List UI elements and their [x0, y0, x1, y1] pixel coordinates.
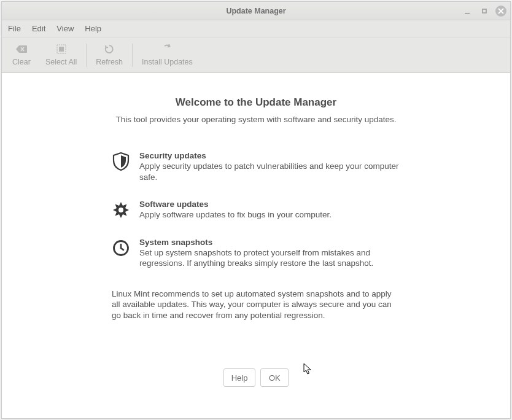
- toolbar-install-label: Install Updates: [142, 58, 193, 66]
- welcome-page: Welcome to the Update Manager This tool …: [2, 73, 510, 418]
- menu-edit[interactable]: Edit: [32, 24, 45, 33]
- section-snapshots: System snapshots Set up system snapshots…: [112, 238, 400, 269]
- page-title: Welcome to the Update Manager: [176, 96, 336, 109]
- svg-rect-0: [465, 13, 470, 14]
- titlebar: Update Manager: [2, 2, 510, 20]
- dialog-button-bar: Help OK: [0, 368, 512, 387]
- svg-rect-1: [483, 9, 486, 13]
- section-software-title: Software updates: [139, 200, 332, 209]
- help-button[interactable]: Help: [223, 368, 256, 387]
- svg-rect-3: [59, 47, 64, 52]
- section-snapshots-title: System snapshots: [139, 238, 400, 247]
- recommendation-text: Linux Mint recommends to set up automate…: [112, 289, 400, 321]
- section-security-text: Security updates Apply security updates …: [139, 151, 400, 182]
- section-snapshots-text: System snapshots Set up system snapshots…: [139, 238, 400, 269]
- toolbar-separator: [132, 44, 133, 67]
- window-controls: [462, 2, 506, 20]
- section-software-text: Software updates Apply software updates …: [139, 200, 332, 220]
- info-section-list: Security updates Apply security updates …: [112, 151, 400, 286]
- window-title: Update Manager: [226, 7, 285, 15]
- backspace-icon: [15, 44, 28, 54]
- toolbar-install-updates[interactable]: Install Updates: [134, 39, 200, 71]
- minimize-button[interactable]: [462, 6, 473, 17]
- close-button[interactable]: [495, 6, 506, 17]
- refresh-icon: [104, 44, 114, 54]
- section-security: Security updates Apply security updates …: [112, 151, 400, 182]
- toolbar-select-all[interactable]: Select All: [38, 39, 84, 71]
- section-snapshots-desc: Set up system snapshots to protect yours…: [139, 247, 400, 269]
- clock-icon: [112, 239, 130, 257]
- toolbar: Clear Select All Refresh Install Updates: [2, 37, 510, 73]
- menu-view[interactable]: View: [56, 24, 74, 33]
- page-subtitle: This tool provides your operating system…: [116, 115, 397, 124]
- shield-icon: [112, 152, 130, 171]
- section-security-title: Security updates: [139, 151, 400, 160]
- menubar: File Edit View Help: [2, 20, 510, 37]
- section-software-desc: Apply software updates to fix bugs in yo…: [139, 209, 332, 220]
- toolbar-clear[interactable]: Clear: [5, 39, 38, 71]
- toolbar-separator: [86, 44, 87, 67]
- section-security-desc: Apply security updates to patch vulnerab…: [139, 161, 400, 182]
- ok-button[interactable]: OK: [260, 368, 289, 387]
- star-icon: [112, 201, 130, 219]
- section-software: Software updates Apply software updates …: [112, 200, 400, 220]
- update-manager-window: Update Manager File Edit View Help Clear: [1, 1, 511, 419]
- toolbar-select-all-label: Select All: [45, 58, 77, 66]
- toolbar-clear-label: Clear: [12, 58, 31, 66]
- select-all-icon: [56, 44, 66, 54]
- menu-file[interactable]: File: [8, 24, 21, 33]
- svg-point-4: [118, 208, 123, 212]
- toolbar-refresh[interactable]: Refresh: [88, 39, 130, 71]
- toolbar-refresh-label: Refresh: [96, 58, 123, 66]
- menu-help[interactable]: Help: [85, 24, 101, 33]
- install-icon: [162, 44, 172, 54]
- maximize-button[interactable]: [479, 6, 490, 17]
